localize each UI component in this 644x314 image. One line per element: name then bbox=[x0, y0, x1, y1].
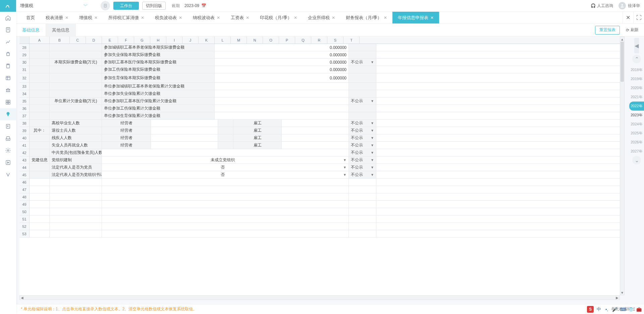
row-number[interactable]: 43 bbox=[19, 156, 30, 164]
cell[interactable]: 0.000000 bbox=[215, 66, 349, 73]
ime-lang[interactable]: 中 bbox=[596, 306, 602, 312]
nav-bag-icon[interactable] bbox=[0, 48, 16, 60]
scroll-up-icon[interactable]: ▲ bbox=[620, 37, 624, 42]
cell[interactable]: 0.000000 bbox=[215, 51, 349, 58]
col-header[interactable]: P bbox=[279, 37, 295, 44]
row-number[interactable]: 35 bbox=[19, 98, 30, 105]
cell[interactable] bbox=[282, 134, 349, 141]
cell[interactable]: 参加失业保险本期实际缴费金额 bbox=[102, 51, 215, 58]
cell-dropdown[interactable]: 未成立党组织▼ bbox=[102, 156, 349, 164]
cell[interactable]: 参加职工基本医疗保险本期实际缴费金额 bbox=[102, 59, 215, 66]
cell[interactable]: 其中： bbox=[30, 127, 50, 134]
cell[interactable]: 法定代表人是否为党员 bbox=[50, 164, 102, 171]
col-header[interactable]: R bbox=[311, 37, 327, 44]
year-up-button[interactable]: ⌃ bbox=[632, 55, 641, 63]
row-number[interactable]: 50 bbox=[19, 208, 30, 215]
refresh-button[interactable]: ⟳ 刷新 bbox=[626, 27, 639, 33]
cell[interactable] bbox=[282, 142, 349, 149]
row-number[interactable]: 34 bbox=[19, 90, 30, 97]
scroll-left-icon[interactable]: ◀ bbox=[20, 296, 24, 300]
nav-tax-icon[interactable] bbox=[0, 108, 16, 120]
row-number[interactable]: 42 bbox=[19, 149, 30, 156]
title-dropdown[interactable]: 增值税 ﹀ bbox=[20, 3, 97, 9]
row-number[interactable]: 36 bbox=[19, 105, 30, 112]
nav-play-icon[interactable] bbox=[0, 156, 16, 169]
cell[interactable] bbox=[151, 134, 218, 141]
horizontal-scrollbar[interactable]: ◀ ▶ bbox=[19, 295, 620, 300]
cell[interactable] bbox=[151, 142, 218, 149]
cell[interactable]: 残疾人人数 bbox=[50, 134, 102, 141]
cell[interactable]: 中共党员(包括预备党员)人数 bbox=[50, 149, 102, 156]
cell[interactable]: 参加生育保险本期实际缴费金额 bbox=[102, 73, 215, 82]
cell[interactable]: 经营者 bbox=[102, 120, 151, 127]
cell[interactable] bbox=[282, 120, 349, 127]
scroll-down-icon[interactable]: ▼ bbox=[620, 290, 624, 295]
cell[interactable]: 雇工 bbox=[233, 142, 282, 149]
col-header[interactable]: G bbox=[134, 37, 150, 44]
year-option[interactable]: 2027年 bbox=[629, 147, 644, 156]
year-option[interactable]: 2018年 bbox=[629, 65, 644, 74]
subtab-basic[interactable]: 基础信息 bbox=[16, 24, 46, 36]
vertical-scrollbar[interactable]: ▲ ▼ bbox=[620, 37, 625, 295]
cell[interactable]: 单位参加工伤保险累计欠缴金额 bbox=[102, 105, 215, 112]
cell[interactable] bbox=[102, 149, 349, 156]
row-number[interactable]: 29 bbox=[19, 51, 30, 58]
ime-badge[interactable]: S bbox=[587, 306, 594, 313]
ime-mic-icon[interactable]: 🎤 bbox=[612, 306, 618, 312]
cell[interactable]: 单位参加生育保险累计欠缴金额 bbox=[102, 112, 215, 119]
expand-icon[interactable]: ⛶ bbox=[633, 12, 644, 24]
year-option[interactable]: 2026年 bbox=[629, 138, 644, 147]
col-header[interactable]: B bbox=[50, 37, 70, 44]
consult-link[interactable]: 🎧 人工咨询 bbox=[591, 3, 613, 9]
cell-dropdown[interactable]: 不公示▼ bbox=[349, 59, 376, 66]
col-header[interactable]: E bbox=[102, 37, 118, 44]
nav-inbox-icon[interactable] bbox=[0, 132, 16, 144]
nav-grid-icon[interactable] bbox=[0, 96, 16, 108]
col-header[interactable]: D bbox=[86, 37, 102, 44]
cell[interactable]: 法定代表人是否为党组织书记 bbox=[50, 171, 102, 178]
cell-dropdown[interactable]: 否▼ bbox=[102, 171, 349, 178]
nav-doc-icon[interactable] bbox=[0, 24, 16, 36]
cell[interactable]: 党建信息 bbox=[30, 156, 50, 164]
cell-dropdown[interactable]: 不公示▼ bbox=[349, 134, 376, 141]
col-header[interactable]: C bbox=[70, 37, 86, 44]
col-header[interactable]: H bbox=[150, 37, 166, 44]
cell[interactable]: 参加城镇职工基本养老保险本期实际缴费金额 bbox=[102, 44, 215, 51]
nav-home-icon[interactable] bbox=[0, 12, 16, 24]
tab-annual[interactable]: 年报信息申报表✕ bbox=[392, 12, 439, 23]
close-icon[interactable]: ✕ bbox=[384, 15, 387, 20]
close-all-icon[interactable]: ✕ bbox=[623, 12, 633, 24]
cell-dropdown[interactable]: 不公示▼ bbox=[349, 98, 376, 105]
row-number[interactable]: 52 bbox=[19, 223, 30, 230]
cell-dropdown[interactable]: 不公示▼ bbox=[349, 127, 376, 134]
col-header[interactable]: T bbox=[343, 37, 360, 44]
row-number[interactable]: 51 bbox=[19, 215, 30, 223]
row-number[interactable]: 49 bbox=[19, 201, 30, 208]
close-icon[interactable]: ✕ bbox=[65, 15, 68, 20]
cell-dropdown[interactable]: 不公示▼ bbox=[349, 164, 376, 171]
col-header[interactable]: S bbox=[327, 37, 343, 44]
row-number[interactable]: 40 bbox=[19, 134, 30, 141]
row-number[interactable]: 44 bbox=[19, 164, 30, 171]
year-option[interactable]: 2024年 bbox=[629, 120, 644, 129]
cell[interactable]: 退役士兵人数 bbox=[50, 127, 102, 134]
col-header[interactable]: K bbox=[199, 37, 215, 44]
tab-incometax[interactable]: 所得税汇算清缴✕ bbox=[103, 12, 150, 23]
cell[interactable]: 党组织建制 bbox=[50, 156, 102, 164]
cell-dropdown[interactable]: 不公示▼ bbox=[349, 120, 376, 127]
cell[interactable] bbox=[215, 105, 349, 112]
year-down-button[interactable]: ⌄ bbox=[632, 156, 641, 165]
close-icon[interactable]: ✕ bbox=[141, 15, 144, 20]
tab-salary[interactable]: 工资表✕ bbox=[225, 12, 255, 23]
year-option[interactable]: 2021年 bbox=[629, 92, 644, 102]
ime-skin-icon[interactable]: 👕 bbox=[628, 306, 634, 312]
cell[interactable]: 雇工 bbox=[233, 127, 282, 134]
row-number[interactable]: 45 bbox=[19, 171, 30, 178]
cell-dropdown[interactable]: 否▼ bbox=[102, 164, 349, 171]
col-header[interactable]: I bbox=[166, 37, 182, 44]
cell[interactable]: 高校毕业生人数 bbox=[50, 120, 102, 127]
ime-toolbox-icon[interactable]: 🧰 bbox=[636, 306, 642, 312]
period-picker[interactable]: 2023-09 📅 bbox=[184, 3, 206, 8]
rail-collapse-icon[interactable]: ◀ bbox=[634, 38, 639, 53]
scroll-right-icon[interactable]: ▶ bbox=[615, 296, 620, 300]
